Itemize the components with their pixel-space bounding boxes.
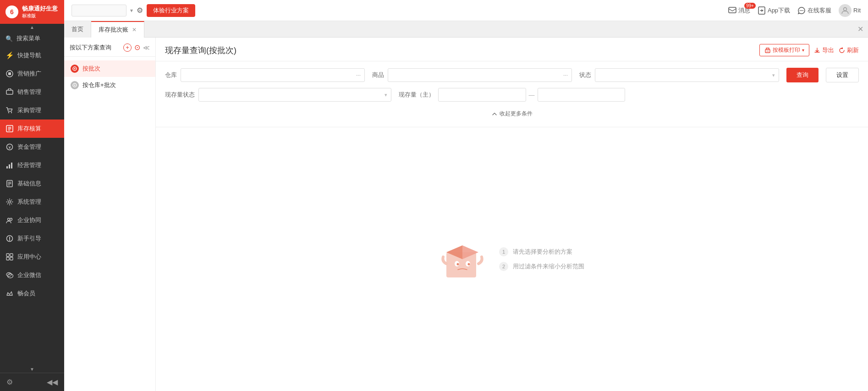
settings-btn[interactable]: 设置	[826, 68, 859, 82]
goods-more-btn[interactable]: ···	[563, 72, 568, 78]
svg-rect-19	[10, 257, 13, 260]
stock-status-select[interactable]: ▾	[198, 88, 391, 102]
scheme-item-by-batch[interactable]: 按批次	[64, 60, 155, 77]
sidebar-item-quick-nav[interactable]: ⚡ 快捷导航	[0, 46, 64, 65]
refresh-btn-label: 刷新	[847, 46, 859, 54]
stock-status-filter-group: 现存量状态 ▾	[165, 88, 391, 102]
sidebar-item-purchase[interactable]: 采购管理	[0, 101, 64, 119]
online-service-btn[interactable]: 在线客服	[797, 6, 831, 15]
scheme-label: 按批次	[82, 65, 100, 73]
sidebar-item-enterprise-collab[interactable]: 企业协同	[0, 211, 64, 229]
sidebar-item-wechat[interactable]: 企业微信	[0, 266, 64, 284]
add-scheme-btn[interactable]: +	[123, 43, 132, 52]
sidebar-item-app-center[interactable]: 应用中心	[0, 248, 64, 266]
sidebar-item-label: 畅会员	[17, 289, 35, 298]
stock-qty-from-input[interactable]	[438, 88, 526, 102]
tab-inventory-batch-label: 库存批次账	[99, 26, 128, 34]
goods-input-wrap[interactable]: ···	[388, 68, 572, 82]
svg-point-26	[844, 7, 847, 11]
sidebar-item-label: 应用中心	[17, 253, 41, 261]
step-1-text: 请先选择要分析的方案	[513, 248, 572, 256]
page-title: 现存量查询(按批次)	[165, 45, 236, 56]
sidebar-item-inventory[interactable]: 库存核算	[0, 119, 64, 138]
sidebar-item-label: 采购管理	[17, 106, 41, 114]
topbar-right: 消息 99+ App下载 在线客服 Rit	[728, 4, 861, 17]
sidebar-item-label: 经营管理	[17, 161, 41, 169]
sidebar-item-search-menu[interactable]: 🔍 搜索菜单	[0, 31, 64, 46]
main-area: ▾ ⚙ 体验行业方案 消息 99+ App下载 在线客服 Rit	[64, 0, 868, 391]
svg-point-12	[9, 201, 11, 203]
export-btn-label: 导出	[822, 46, 834, 54]
svg-point-30	[74, 85, 76, 86]
svg-point-39	[468, 263, 470, 266]
sidebar-item-label: 系统管理	[17, 198, 41, 206]
sidebar-item-label: 库存核算	[17, 125, 41, 133]
sidebar-item-marketing[interactable]: 营销推广	[0, 65, 64, 83]
svg-rect-17	[10, 254, 13, 256]
svg-point-38	[457, 263, 459, 266]
empty-step-1: 1 请先选择要分析的方案	[499, 247, 584, 256]
warehouse-input-wrap[interactable]: ···	[181, 68, 365, 82]
collapse-conditions-btn[interactable]: 收起更多条件	[165, 107, 859, 120]
step-2-number: 2	[499, 262, 508, 271]
print-btn-label: 按模板打印	[773, 46, 800, 54]
tab-inventory-batch[interactable]: 库存批次账 ✕	[91, 21, 144, 38]
sidebar-item-finance[interactable]: ¥ 资金管理	[0, 138, 64, 156]
tabs-bar: 首页 库存批次账 ✕ ✕	[64, 21, 868, 38]
sidebar-scroll-down[interactable]: ▼	[0, 366, 64, 373]
svg-point-13	[8, 218, 10, 221]
sidebar-scroll-up[interactable]: ▲	[0, 24, 64, 31]
sales-icon	[5, 88, 14, 96]
sidebar-item-vip[interactable]: 畅会员	[0, 284, 64, 303]
app-download-btn[interactable]: App下载	[758, 6, 790, 15]
stock-qty-label: 现存量（主）	[399, 91, 434, 99]
goods-input[interactable]	[392, 72, 561, 78]
filter-row-2: 现存量状态 ▾ 现存量（主） —	[165, 88, 859, 102]
topbar-dropdown-icon[interactable]: ▾	[130, 7, 133, 14]
sidebar-item-new-guide[interactable]: 新手引导	[0, 229, 64, 248]
sidebar-scroll-area: 🔍 搜索菜单 ⚡ 快捷导航 营销推广 销售管理 采购管理	[0, 31, 64, 366]
sidebar-item-system[interactable]: 系统管理	[0, 193, 64, 211]
print-btn[interactable]: 按模板打印 ▾	[759, 44, 809, 56]
sidebar-item-operations[interactable]: 经营管理	[0, 156, 64, 174]
svg-point-23	[9, 274, 10, 275]
status-select[interactable]: ▾	[595, 68, 779, 82]
messages-btn[interactable]: 消息 99+	[728, 6, 750, 15]
scheme-settings-icon[interactable]: ⊙	[134, 43, 140, 52]
status-dropdown-arrow: ▾	[772, 72, 775, 78]
warehouse-input[interactable]	[185, 72, 354, 78]
tab-home[interactable]: 首页	[64, 21, 91, 38]
sidebar-item-label: 企业协同	[17, 216, 41, 224]
stock-qty-to-input[interactable]	[538, 88, 626, 102]
settings-icon[interactable]: ⚙	[6, 378, 13, 386]
sidebar-item-basic-info[interactable]: 基础信息	[0, 174, 64, 193]
messages-badge: 99+	[744, 3, 756, 9]
empty-step-2: 2 用过滤条件来缩小分析范围	[499, 262, 584, 271]
scheme-collapse-icon[interactable]: ≪	[143, 44, 150, 51]
topbar-left: ▾ ⚙ 体验行业方案	[71, 4, 724, 17]
export-btn[interactable]: 导出	[814, 46, 834, 54]
refresh-btn[interactable]: 刷新	[839, 46, 859, 54]
left-panel-title: 按以下方案查询	[70, 43, 111, 52]
inventory-icon	[5, 125, 14, 133]
topbar-search-input[interactable]	[71, 5, 126, 16]
tabs-close-all-icon[interactable]: ✕	[857, 25, 863, 33]
stock-status-arrow: ▾	[385, 92, 387, 98]
warehouse-more-btn[interactable]: ···	[356, 72, 361, 78]
filter-row-1: 仓库 ··· 商品 ···	[165, 68, 859, 82]
wechat-icon	[5, 271, 14, 279]
tab-close-icon[interactable]: ✕	[132, 27, 137, 33]
system-icon	[5, 198, 14, 206]
scroll-up-icon[interactable]: ▲	[30, 25, 34, 30]
query-btn[interactable]: 查询	[786, 68, 819, 82]
collapse-sidebar-icon[interactable]: ◀◀	[47, 378, 58, 386]
experience-btn[interactable]: 体验行业方案	[147, 4, 195, 17]
search-icon: 🔍	[5, 35, 13, 42]
scroll-down-icon[interactable]: ▼	[30, 367, 34, 372]
user-avatar-btn[interactable]: Rit	[839, 4, 861, 17]
company-name: 畅康通好生意	[22, 5, 58, 13]
scheme-item-by-warehouse-batch[interactable]: 按仓库+批次	[64, 77, 155, 93]
sidebar-item-sales[interactable]: 销售管理	[0, 83, 64, 101]
topbar-gear-icon[interactable]: ⚙	[137, 6, 143, 15]
print-dropdown-icon[interactable]: ▾	[802, 48, 804, 53]
